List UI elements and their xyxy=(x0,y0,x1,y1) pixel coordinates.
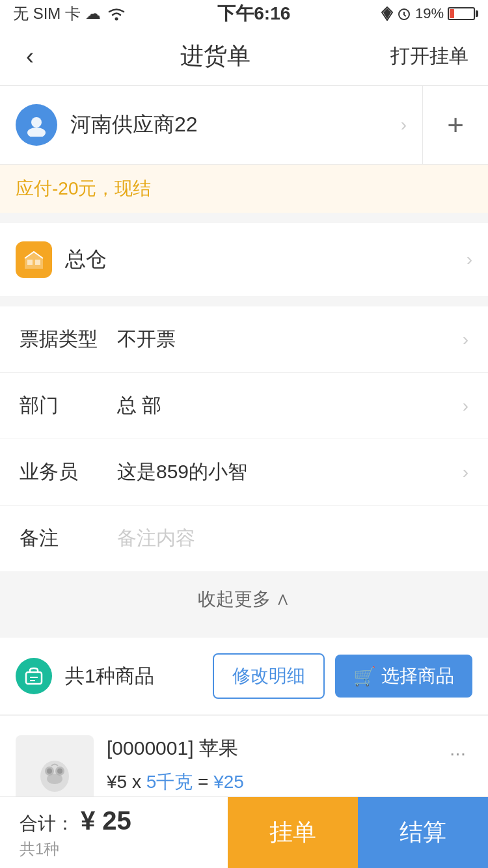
status-bar: 无 SIM 卡 ☁ 下午6:16 19% xyxy=(0,0,488,27)
svg-line-3 xyxy=(404,15,406,16)
department-chevron-icon: › xyxy=(463,396,468,416)
info-banner: 应付-20元，现结 xyxy=(0,165,488,213)
department-row[interactable]: 部门 总 部 › xyxy=(0,373,488,439)
department-value: 总 部 xyxy=(104,392,456,419)
total-label: 合计： xyxy=(20,811,74,836)
salesman-row[interactable]: 业务员 这是859的小智 › xyxy=(0,439,488,506)
svg-rect-7 xyxy=(35,260,40,265)
edit-detail-button[interactable]: 修改明细 xyxy=(213,653,325,699)
status-time: 下午6:16 xyxy=(217,1,290,26)
salesman-value: 这是859的小智 xyxy=(104,459,456,485)
warehouse-name: 总仓 xyxy=(65,245,460,274)
invoice-type-label: 票据类型 xyxy=(20,326,104,353)
invoice-type-chevron-icon: › xyxy=(463,329,468,350)
total-count: 共1种 xyxy=(20,839,208,860)
svg-point-16 xyxy=(47,774,62,784)
status-right: 19% xyxy=(381,5,475,22)
warehouse-icon xyxy=(16,241,52,278)
svg-point-5 xyxy=(27,128,46,137)
product-count-text: 共1种商品 xyxy=(65,663,213,690)
status-left: 无 SIM 卡 ☁ xyxy=(13,3,127,24)
svg-point-4 xyxy=(31,117,42,128)
svg-rect-6 xyxy=(27,260,33,265)
warehouse-row[interactable]: 总仓 › xyxy=(0,223,488,296)
remark-row[interactable]: 备注 备注内容 xyxy=(0,506,488,571)
remark-label: 备注 xyxy=(20,525,104,552)
checkout-button[interactable]: 结算 xyxy=(358,797,488,868)
salesman-chevron-icon: › xyxy=(463,462,468,483)
form-section: 票据类型 不开票 › 部门 总 部 › 业务员 这是859的小智 › 备注 备注… xyxy=(0,306,488,571)
main-content: 河南供应商22 › + 应付-20元，现结 总仓 › 票据类型 不开票 › xyxy=(0,86,488,868)
product-name: [0000001] 苹果 xyxy=(107,735,443,762)
svg-point-14 xyxy=(47,768,52,774)
remark-input[interactable]: 备注内容 xyxy=(104,525,468,552)
warehouse-chevron-icon: › xyxy=(467,249,472,270)
department-label: 部门 xyxy=(20,392,104,419)
product-info: [0000001] 苹果 ¥5 x 5千克 = ¥25 xyxy=(107,735,443,794)
add-supplier-button[interactable]: + xyxy=(423,86,488,164)
alarm-icon xyxy=(397,7,411,21)
invoice-type-value: 不开票 xyxy=(104,326,456,353)
hang-button[interactable]: 挂单 xyxy=(228,797,358,868)
svg-point-15 xyxy=(57,768,62,774)
supplier-chevron-icon: › xyxy=(401,115,407,135)
back-button[interactable]: ‹ xyxy=(20,36,40,77)
product-price: ¥5 x 5千克 = ¥25 xyxy=(107,770,443,794)
invoice-type-row[interactable]: 票据类型 不开票 › xyxy=(0,306,488,373)
sim-label: 无 SIM 卡 ☁ xyxy=(13,3,101,24)
svg-point-0 xyxy=(115,18,118,21)
supplier-section: 河南供应商22 › + 应付-20元，现结 xyxy=(0,86,488,213)
bottom-bar: 合计： ¥ 25 共1种 挂单 结算 xyxy=(0,796,488,868)
location-icon xyxy=(381,7,393,21)
select-product-label: 选择商品 xyxy=(381,664,454,688)
product-more-button[interactable]: ··· xyxy=(443,735,472,770)
supplier-name: 河南供应商22 xyxy=(70,111,394,139)
wifi-icon xyxy=(106,7,127,21)
battery-icon xyxy=(448,7,475,20)
supplier-avatar xyxy=(16,104,57,146)
battery-percent: 19% xyxy=(415,5,444,22)
cart-icon: 🛒 xyxy=(353,666,376,687)
bottom-total: 合计： ¥ 25 共1种 xyxy=(0,797,228,868)
supplier-row[interactable]: 河南供应商22 › xyxy=(0,86,423,164)
collapse-toggle[interactable]: 收起更多 ∧ xyxy=(0,571,488,627)
select-product-button[interactable]: 🛒 选择商品 xyxy=(335,655,472,698)
open-hang-button[interactable]: 打开挂单 xyxy=(390,43,468,70)
total-amount: ¥ 25 xyxy=(81,806,131,835)
product-count-icon xyxy=(16,658,52,694)
nav-bar: ‹ 进货单 打开挂单 xyxy=(0,27,488,86)
salesman-label: 业务员 xyxy=(20,459,104,485)
page-title: 进货单 xyxy=(180,40,251,72)
